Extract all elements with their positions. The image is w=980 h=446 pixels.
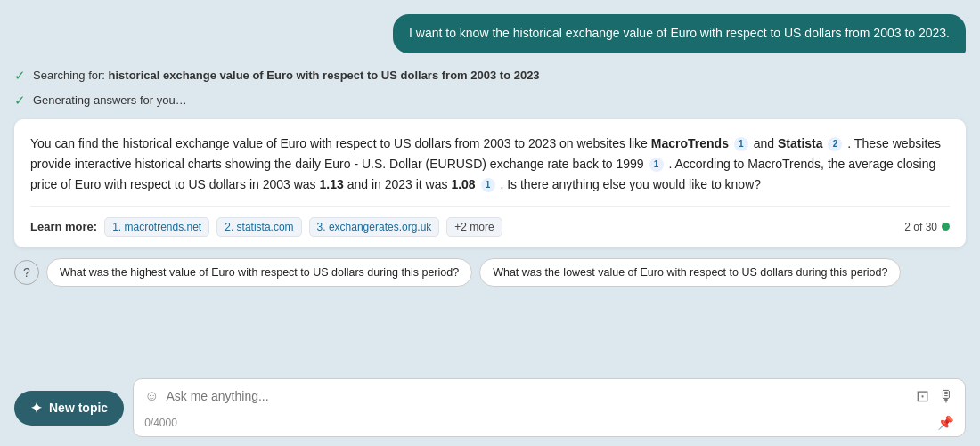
counter-text: 2 of 30 (904, 221, 937, 233)
statista-link: Statista (778, 136, 823, 150)
input-bottom: 0/4000 📌 (134, 413, 965, 436)
pin-icon[interactable]: 📌 (937, 415, 954, 431)
cite-2: 2 (828, 137, 842, 151)
suggestion-chip-1[interactable]: What was the highest value of Euro with … (46, 258, 472, 287)
smiley-icon: ☺ (144, 388, 159, 404)
learn-more-label: Learn more: (30, 220, 97, 233)
microphone-icon[interactable]: 🎙 (938, 387, 954, 406)
new-topic-icon: ✦ (30, 400, 42, 417)
generating-status-row: ✓ Generating answers for you… (14, 91, 966, 110)
generating-status-text: Generating answers for you… (33, 93, 187, 107)
cite-1c: 1 (481, 178, 495, 192)
user-message-text: I want to know the historical exchange v… (409, 26, 950, 40)
user-message-row: I want to know the historical exchange v… (14, 14, 966, 53)
macrotrends-link: MacroTrends (651, 136, 729, 150)
learn-more-link-3[interactable]: 3. exchangerates.org.uk (309, 217, 440, 237)
value-2003: 1.13 (320, 177, 344, 191)
searching-status-text: Searching for: historical exchange value… (33, 69, 540, 82)
input-top: ☺ ⊡ 🎙 (134, 379, 965, 413)
green-dot (942, 223, 950, 231)
searching-status-row: ✓ Searching for: historical exchange val… (14, 66, 966, 85)
input-row: ✦ New topic ☺ ⊡ 🎙 0/4000 📌 (14, 378, 966, 437)
learn-more-link-1[interactable]: 1. macrotrends.net (104, 217, 209, 237)
answer-body: You can find the historical exchange val… (30, 134, 950, 195)
search-query: historical exchange value of Euro with r… (109, 69, 540, 82)
bottom-bar: ✦ New topic ☺ ⊡ 🎙 0/4000 📌 (0, 371, 980, 446)
suggestion-row: ? What was the highest value of Euro wit… (14, 258, 966, 287)
learn-more-bar: Learn more: 1. macrotrends.net 2. statis… (30, 206, 950, 237)
ask-input[interactable] (166, 389, 909, 403)
cite-1a: 1 (734, 137, 748, 151)
learn-more-link-2[interactable]: 2. statista.com (216, 217, 301, 237)
check-icon-generate: ✓ (14, 93, 26, 109)
cite-1b: 1 (649, 158, 664, 172)
camera-icon[interactable]: ⊡ (916, 386, 929, 406)
value-2023: 1.08 (451, 177, 475, 191)
question-icon: ? (14, 260, 39, 285)
new-topic-button[interactable]: ✦ New topic (14, 391, 124, 426)
suggestion-chip-2[interactable]: What was the lowest value of Euro with r… (479, 258, 901, 287)
user-bubble: I want to know the historical exchange v… (393, 14, 966, 53)
input-right-icons: ⊡ 🎙 (916, 386, 954, 406)
counter-badge: 2 of 30 (904, 221, 950, 233)
check-icon-search: ✓ (14, 68, 26, 84)
answer-card: You can find the historical exchange val… (14, 119, 966, 247)
new-topic-label: New topic (49, 401, 108, 415)
char-count: 0/4000 (144, 417, 177, 429)
more-badge[interactable]: +2 more (446, 217, 502, 237)
input-box-wrapper: ☺ ⊡ 🎙 0/4000 📌 (133, 378, 966, 437)
